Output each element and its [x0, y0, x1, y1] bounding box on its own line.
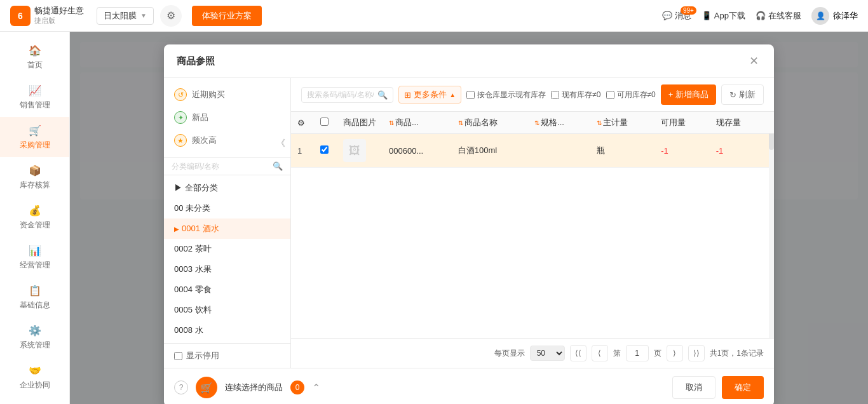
product-search-input[interactable]: [307, 90, 374, 99]
sidebar-label-inventory: 库存核算: [20, 180, 50, 191]
category-item-0002[interactable]: 0002 茶叶: [164, 239, 290, 259]
category-search-icon[interactable]: 🔍: [273, 161, 283, 171]
row-select-checkbox[interactable]: [320, 145, 329, 154]
total-info: 共1页，1条记录: [710, 348, 764, 359]
row-unit: 瓶: [590, 134, 654, 168]
row-num: 1: [291, 134, 314, 168]
sidebar-item-basics[interactable]: 📋 基础信息: [0, 277, 69, 317]
tab-recent-label: 近期购买: [192, 89, 225, 100]
select-all-checkbox[interactable]: [320, 118, 329, 126]
tab-recent-purchase[interactable]: ↺ 近期购买: [164, 83, 271, 106]
new-icon: ✦: [174, 111, 187, 124]
tab-frequent[interactable]: ★ 频次高: [164, 129, 271, 152]
settings-button[interactable]: ⚙: [160, 5, 182, 27]
category-item-0008[interactable]: 0008 水: [164, 320, 290, 340]
sidebar-label-purchase: 采购管理: [20, 140, 50, 151]
category-item-0001[interactable]: ▶ 0001 酒水: [164, 219, 290, 239]
page-number-input[interactable]: [626, 345, 649, 361]
tab-new-items[interactable]: ✦ 新品: [164, 106, 271, 129]
existing-stock-label: 现有库存≠0: [562, 90, 600, 100]
first-page-button[interactable]: ⟨⟨: [570, 345, 587, 361]
modal-overlay: 商品参照 ✕ ↺ 近期购买: [70, 32, 868, 404]
cancel-button[interactable]: 取消: [672, 376, 715, 399]
phone-icon: 📱: [702, 11, 712, 20]
category-search: 🔍: [164, 158, 290, 175]
nav-selector-label: 日太阳膜: [104, 10, 137, 22]
category-list: ▶ 全部分类 00 未分类 ▶ 0001 酒水 0002 茶叶: [164, 175, 290, 343]
sidebar-label-home: 首页: [27, 60, 43, 71]
row-code: 000600...: [383, 134, 452, 168]
footer-actions: 取消 确定: [672, 376, 764, 399]
category-item-00[interactable]: 00 未分类: [164, 198, 290, 219]
prev-page-button[interactable]: ⟨: [592, 345, 608, 361]
sidebar-label-system: 系统管理: [20, 340, 50, 351]
sidebar-item-sales[interactable]: 📈 销售管理: [0, 77, 69, 117]
sidebar-item-home[interactable]: 🏠 首页: [0, 37, 69, 77]
more-conditions-label: 更多条件: [414, 89, 447, 100]
checkbox-available-stock[interactable]: 可用库存≠0: [606, 90, 656, 100]
app-download-button[interactable]: 📱 App下载: [702, 10, 745, 22]
product-thumbnail: 🖼: [343, 139, 366, 162]
available-stock-checkbox[interactable]: [606, 91, 614, 99]
last-page-button[interactable]: ⟩⟩: [688, 345, 705, 361]
show-disabled-checkbox[interactable]: [174, 352, 182, 360]
row-checkbox[interactable]: [314, 134, 337, 168]
category-search-input[interactable]: [172, 162, 269, 171]
category-item-all[interactable]: ▶ 全部分类: [164, 178, 290, 198]
more-conditions-button[interactable]: ⊞ 更多条件 ▲: [398, 86, 461, 104]
pagination: 每页显示 50 100 200 ⟨⟨ ⟨ 第 页 ⟩: [291, 338, 774, 368]
th-code[interactable]: ⇅商品...: [383, 112, 452, 134]
nav-selector[interactable]: 日太阳膜 ▼: [97, 7, 154, 25]
sidebar-item-inventory[interactable]: 📦 库存核算: [0, 157, 69, 197]
modal-close-button[interactable]: ✕: [746, 53, 761, 69]
sidebar-label-collab: 企业协同: [20, 380, 50, 391]
headset-icon: 🎧: [756, 11, 766, 20]
category-label: 0001 酒水: [182, 223, 219, 234]
table-scrollbar[interactable]: [769, 112, 774, 338]
trial-button[interactable]: 体验行业方案: [192, 6, 262, 26]
right-panel: 🔍 ⊞ 更多条件 ▲ 按仓库显示现有库存: [291, 78, 774, 368]
user-avatar-area[interactable]: 👤 徐泽华: [811, 7, 858, 25]
category-item-0004[interactable]: 0004 零食: [164, 279, 290, 300]
existing-stock-checkbox[interactable]: [551, 91, 559, 99]
basics-icon: 📋: [28, 283, 42, 297]
sidebar-item-guide[interactable]: 🎯 新手引导: [0, 397, 69, 404]
th-spec[interactable]: ⇅规格...: [528, 112, 590, 134]
category-item-0003[interactable]: 0003 水果: [164, 259, 290, 279]
messages-button[interactable]: 💬 消息 99+: [662, 10, 691, 22]
sidebar-item-system[interactable]: ⚙️ 系统管理: [0, 317, 69, 357]
per-page-select[interactable]: 50 100 200: [530, 346, 565, 361]
warehouse-stock-label: 按仓库显示现有库存: [477, 90, 546, 100]
online-service-button[interactable]: 🎧 在线客服: [756, 10, 801, 22]
checkbox-existing-stock[interactable]: 现有库存≠0: [551, 90, 600, 100]
sidebar-item-business[interactable]: 📊 经营管理: [0, 237, 69, 277]
product-search-icon[interactable]: 🔍: [377, 90, 388, 100]
th-unit[interactable]: ⇅主计量: [590, 112, 654, 134]
category-item-0005[interactable]: 0005 饮料: [164, 300, 290, 320]
content-area: 商品参照 ✕ ↺ 近期购买: [70, 32, 868, 404]
sidebar-item-finance[interactable]: 💰 资金管理: [0, 197, 69, 237]
add-product-button[interactable]: + 新增商品: [661, 84, 716, 105]
next-page-button[interactable]: ⟩: [667, 345, 683, 361]
sidebar-label-business: 经营管理: [20, 260, 50, 271]
home-icon: 🏠: [28, 43, 42, 57]
th-settings[interactable]: ⚙: [291, 112, 314, 134]
th-name[interactable]: ⇅商品名称: [452, 112, 528, 134]
refresh-button[interactable]: ↻ 刷新: [721, 84, 764, 105]
sidebar-item-purchase[interactable]: 🛒 采购管理: [0, 117, 69, 157]
collapse-left-button[interactable]: 《: [271, 135, 290, 152]
checkbox-warehouse-stock[interactable]: 按仓库显示现有库存: [466, 90, 546, 100]
sidebar-item-collab[interactable]: 🤝 企业协同: [0, 357, 69, 397]
filter-arrow-icon: ▲: [449, 91, 456, 98]
left-panel-tabs: ↺ 近期购买 ✦ 新品 ★ 频次高: [164, 78, 290, 158]
warehouse-stock-checkbox[interactable]: [466, 91, 475, 99]
cart-button[interactable]: 🛒: [196, 377, 217, 398]
collapse-footer-button[interactable]: ⌃: [312, 382, 320, 394]
help-button[interactable]: ?: [174, 380, 188, 394]
confirm-button[interactable]: 确定: [722, 376, 764, 399]
th-checkbox[interactable]: [314, 112, 337, 134]
table-row[interactable]: 1 🖼 000600... 白酒100ml 瓶: [291, 134, 774, 168]
sales-icon: 📈: [28, 83, 42, 97]
category-label: 0005 饮料: [174, 304, 212, 316]
product-table-container: ⚙ 商品图片 ⇅商品... ⇅商品名称 ⇅规格... ⇅主计量 可用量 现存量: [291, 112, 774, 338]
